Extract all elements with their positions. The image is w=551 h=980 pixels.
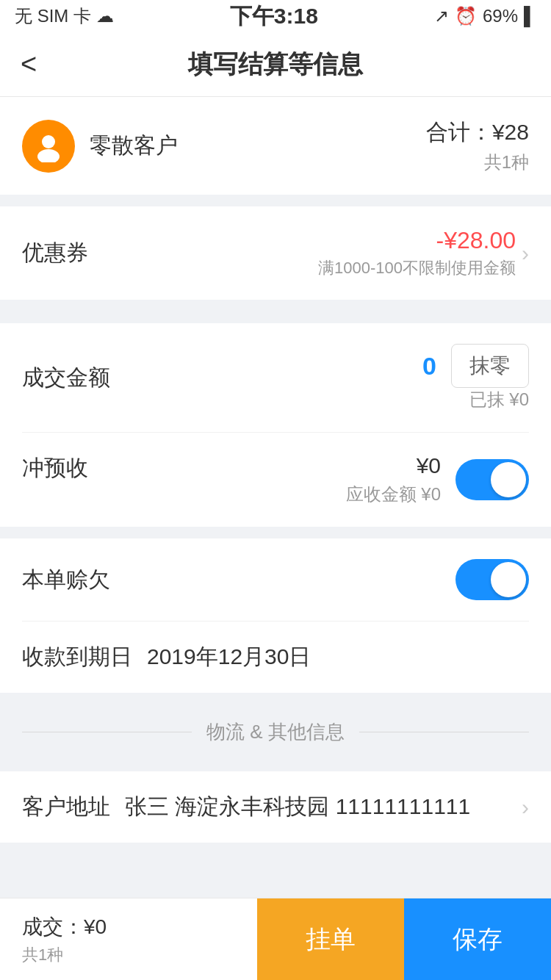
customer-summary: 合计：¥28 共1种	[426, 118, 529, 174]
section-gap-3	[0, 693, 551, 705]
deal-amount-value[interactable]: 0	[392, 352, 436, 381]
bottom-deal-amount: ¥0	[84, 915, 107, 938]
nav-bar: < 填写结算等信息	[0, 32, 551, 97]
svg-point-1	[37, 149, 60, 162]
coupon-discount: -¥28.00	[318, 227, 516, 254]
section-gap-4	[0, 760, 551, 771]
toggle-knob	[491, 462, 526, 497]
prepayment-row: 冲预收 ¥0 应收金额 ¥0	[0, 433, 551, 527]
page-title: 填写结算等信息	[188, 48, 363, 82]
svg-point-0	[42, 135, 55, 148]
header-line-left	[22, 732, 192, 732]
coupon-label: 优惠券	[22, 238, 88, 268]
total-count: 共1种	[426, 151, 529, 174]
due-date-row: 收款到期日 2019年12月30日	[0, 621, 551, 693]
back-button[interactable]: <	[21, 48, 37, 80]
customer-left: 零散客户	[22, 120, 178, 173]
save-button[interactable]: 保存	[404, 898, 551, 981]
customer-avatar	[22, 120, 75, 173]
battery-icon: ▌	[524, 6, 536, 26]
round-zero-button[interactable]: 抹零	[451, 344, 529, 388]
status-time: 下午3:18	[230, 1, 318, 32]
debt-row: 本单赊欠	[0, 538, 551, 621]
coupon-row[interactable]: 优惠券 -¥28.00 满1000-100不限制使用金额 ›	[0, 206, 551, 300]
receivable-label: 应收金额 ¥0	[346, 483, 441, 506]
deal-amount-right: 0 抹零	[392, 344, 529, 388]
prepayment-amount: ¥0	[346, 453, 441, 478]
coupon-right: -¥28.00 满1000-100不限制使用金额 ›	[318, 227, 529, 279]
customer-row: 零散客户 合计：¥28 共1种	[0, 97, 551, 195]
customer-section: 零散客户 合计：¥28 共1种	[0, 97, 551, 195]
status-left: 无 SIM 卡 ☁	[15, 4, 114, 28]
customer-name: 零散客户	[90, 131, 178, 161]
total-amount: 合计：¥28	[426, 118, 529, 148]
bottom-deal: 成交：¥0	[22, 913, 235, 941]
section-gap-1	[0, 311, 551, 323]
avatar-icon	[32, 130, 65, 162]
address-label: 客户地址	[22, 792, 110, 822]
bottom-count: 共1种	[22, 944, 235, 966]
debt-toggle-knob	[491, 562, 526, 597]
battery-label: 69%	[483, 6, 518, 26]
logistics-header-text: 物流 & 其他信息	[206, 719, 345, 745]
sim-status: 无 SIM 卡 ☁	[15, 4, 114, 28]
location-icon: ↗	[434, 6, 449, 26]
prepayment-toggle[interactable]	[455, 459, 529, 500]
coupon-section[interactable]: 优惠券 -¥28.00 满1000-100不限制使用金额 ›	[0, 206, 551, 300]
prepayment-right: ¥0 应收金额 ¥0	[346, 453, 441, 506]
deal-amount-row: 成交金额 0 抹零 已抹 ¥0	[0, 323, 551, 432]
bottom-summary: 成交：¥0 共1种	[0, 913, 257, 966]
status-bar: 无 SIM 卡 ☁ 下午3:18 ↗ ⏰ 69% ▌	[0, 0, 551, 32]
address-value: 张三 海淀永丰科技园 11111111111	[125, 792, 507, 822]
bottom-bar: 成交：¥0 共1种 挂单 保存	[0, 898, 551, 980]
prepayment-label: 冲预收	[22, 453, 88, 483]
debt-toggle[interactable]	[455, 559, 529, 600]
coupon-description: 满1000-100不限制使用金额	[318, 257, 516, 279]
section-gap-2	[0, 527, 551, 538]
due-date-value: 2019年12月30日	[147, 642, 311, 672]
status-right: ↗ ⏰ 69% ▌	[434, 6, 536, 26]
header-line-right	[359, 732, 529, 732]
chevron-right-icon: ›	[522, 241, 529, 266]
address-chevron-icon: ›	[522, 795, 529, 820]
alarm-icon: ⏰	[455, 6, 477, 26]
hold-order-button[interactable]: 挂单	[257, 898, 404, 981]
debt-section: 本单赊欠 收款到期日 2019年12月30日	[0, 538, 551, 693]
address-row[interactable]: 客户地址 张三 海淀永丰科技园 11111111111 ›	[0, 771, 551, 843]
logistics-header: 物流 & 其他信息	[0, 705, 551, 760]
due-date-label: 收款到期日	[22, 642, 132, 672]
debt-label: 本单赊欠	[22, 565, 110, 595]
main-content: 零散客户 合计：¥28 共1种 优惠券 -¥28.00 满1000-100不限制…	[0, 97, 551, 931]
form-section-1: 成交金额 0 抹零 已抹 ¥0 冲预收 ¥0 应收金额 ¥0	[0, 323, 551, 527]
bottom-deal-label: 成交：	[22, 915, 84, 938]
deal-amount-label: 成交金额	[22, 363, 110, 393]
ya-stripped-label: 已抹 ¥0	[469, 388, 529, 411]
coupon-amount-block: -¥28.00 满1000-100不限制使用金额	[318, 227, 516, 279]
